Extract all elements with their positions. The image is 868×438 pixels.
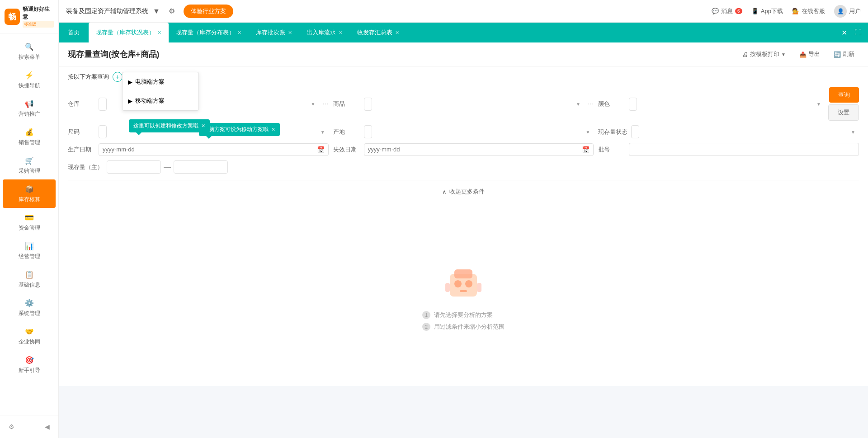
origin-field: 产地 [333, 125, 594, 138]
stock-main-max[interactable] [174, 160, 228, 174]
tab-inventory-dist[interactable]: 现存量（库存分布表） ✕ [169, 23, 249, 42]
sidebar-item-inventory[interactable]: 📦 库存核算 [3, 179, 56, 208]
warehouse-label: 仓库 [68, 100, 95, 108]
sidebar-item-label: 经营管理 [19, 253, 40, 260]
tab-close-inventory-status[interactable]: ✕ [157, 30, 161, 36]
filter-label: 按以下方案查询 [68, 73, 109, 81]
content-area: 现存量查询(按仓库+商品) 🖨 按模板打印 ▼ 📤 导出 🔄 刷新 [59, 42, 868, 438]
search-btn[interactable]: 查询 [829, 87, 859, 103]
tab-home[interactable]: 首页 [59, 23, 89, 42]
sidebar-item-basic[interactable]: 📋 基础信息 [0, 265, 58, 293]
filter-actions-1: 查询 设置 [828, 87, 859, 121]
page-header: 现存量查询(按仓库+商品) 🖨 按模板打印 ▼ 📤 导出 🔄 刷新 [59, 42, 868, 66]
warehouse-dots[interactable]: ··· [322, 100, 328, 108]
sidebar-item-label: 采购管理 [19, 167, 40, 175]
warehouse-select[interactable] [99, 98, 107, 111]
basic-icon: 📋 [24, 269, 34, 279]
settings-bottom-btn[interactable]: ⚙ [5, 420, 18, 433]
topbar: 装备及固定资产辅助管理系统 ▼ ⚙ 体验行业方案 💬 消息 6 📱 App下载 … [59, 0, 868, 23]
fullscreen-btn[interactable]: ⛶ [853, 27, 863, 38]
empty-illustration [441, 260, 486, 306]
add-scheme-btn[interactable]: + [113, 72, 123, 82]
production-date-input[interactable] [103, 146, 315, 153]
expiry-date-input[interactable] [368, 146, 580, 153]
origin-select[interactable] [364, 125, 372, 138]
sidebar-item-nav[interactable]: ⚡ 快捷导航 [0, 66, 58, 94]
origin-label: 产地 [333, 128, 360, 136]
stock-status-select[interactable] [631, 125, 639, 138]
stock-main-label: 现存量（主） [68, 163, 103, 171]
reset-btn[interactable]: 设置 [828, 104, 859, 121]
scheme-tooltip-bottom-close[interactable]: ✕ [201, 123, 205, 129]
logo-area: 畅 畅通好好生意 标准版 [0, 0, 58, 33]
collapse-btn[interactable]: ◀ [40, 420, 54, 433]
empty-steps: 1 请先选择要分析的方案 2 用过滤条件来缩小分析范围 [422, 311, 505, 331]
sales-icon: 💰 [24, 127, 34, 137]
refresh-btn[interactable]: 🔄 刷新 [829, 48, 859, 61]
product-label: 商品 [333, 100, 360, 108]
purchase-icon: 🛒 [24, 155, 34, 165]
scheme-tooltip-top: 电脑方案可设为移动方案哦 ✕ [199, 123, 280, 136]
sidebar-item-sales[interactable]: 💰 销售管理 [0, 122, 58, 151]
collapse-filter-btn[interactable]: ∧ 收起更多条件 [439, 184, 488, 199]
expiry-date-calendar-icon[interactable]: 📅 [582, 146, 590, 153]
svg-rect-5 [445, 283, 450, 292]
sidebar-item-system[interactable]: ⚙️ 系统管理 [0, 293, 58, 322]
sidebar-item-label: 库存核算 [19, 196, 40, 203]
sidebar-item-operation[interactable]: 📊 经营管理 [0, 236, 58, 265]
notification-btn[interactable]: 💬 消息 6 [712, 7, 742, 15]
sidebar-item-enterprise[interactable]: 🤝 企业协同 [0, 322, 58, 350]
color-select[interactable] [629, 98, 637, 111]
empty-step-1: 1 请先选择要分析的方案 [422, 311, 505, 319]
stock-status-field: 现存量状态 [598, 125, 859, 138]
print-dropdown-icon: ▼ [781, 52, 786, 57]
tab-close-io-flow[interactable]: ✕ [339, 30, 343, 36]
batch-input[interactable] [629, 143, 859, 156]
sidebar-item-label: 企业协同 [19, 338, 40, 346]
sidebar-item-marketing[interactable]: 📢 营销推广 [0, 94, 58, 122]
empty-step-2: 2 用过滤条件来缩小分析范围 [422, 323, 505, 331]
stock-main-min[interactable] [107, 160, 161, 174]
color-field: 颜色 查询 设置 [598, 87, 859, 121]
sidebar-item-finance[interactable]: 💳 资金管理 [0, 208, 58, 236]
tab-io-flow[interactable]: 出入库流水 ✕ [299, 23, 350, 42]
sidebar-item-purchase[interactable]: 🛒 采购管理 [0, 151, 58, 179]
scheme-tooltip-top-close[interactable]: ✕ [271, 127, 275, 132]
filter-header: 按以下方案查询 + ↻ ← ▶ 电脑端方案 ▶ 移动端方案 [68, 72, 859, 82]
size-select[interactable] [99, 125, 107, 138]
dropdown-arrow: ▼ [153, 7, 160, 15]
filter-row-3: 生产日期 📅 失效日期 📅 批号 [68, 143, 859, 156]
tab-collect-summary[interactable]: 收发存汇总表 ✕ [350, 23, 406, 42]
user-btn[interactable]: 👤 用户 [834, 5, 861, 18]
stock-main-field: 现存量（主） — [68, 160, 330, 174]
app-download-btn[interactable]: 📱 App下载 [751, 7, 783, 15]
online-service-btn[interactable]: 💁 在线客服 [792, 7, 825, 15]
page-actions: 🖨 按模板打印 ▼ 📤 导出 🔄 刷新 [738, 48, 859, 61]
tab-close-inventory-dist[interactable]: ✕ [237, 30, 241, 36]
sidebar-item-search[interactable]: 🔍 搜索菜单 [0, 37, 58, 66]
step-num-2: 2 [422, 323, 430, 331]
main-area: 装备及固定资产辅助管理系统 ▼ ⚙ 体验行业方案 💬 消息 6 📱 App下载 … [59, 0, 868, 438]
tab-inventory-status[interactable]: 现存量（库存状况表） ✕ [89, 23, 169, 42]
tab-close-batch-account[interactable]: ✕ [288, 30, 292, 36]
export-btn[interactable]: 📤 导出 [795, 48, 825, 61]
empty-state: 1 请先选择要分析的方案 2 用过滤条件来缩小分析范围 [413, 233, 514, 358]
system-dropdown[interactable]: ▼ [153, 7, 160, 15]
close-all-tabs-btn[interactable]: ✕ [840, 27, 849, 39]
svg-rect-1 [454, 269, 472, 278]
tab-batch-account[interactable]: 库存批次账 ✕ [249, 23, 299, 42]
production-date-calendar-icon[interactable]: 📅 [317, 146, 325, 153]
operation-icon: 📊 [24, 241, 34, 251]
product-select[interactable] [364, 98, 372, 111]
template-print-btn[interactable]: 🖨 按模板打印 ▼ [738, 48, 790, 61]
industry-btn[interactable]: 体验行业方案 [184, 5, 233, 18]
logo-text: 畅通好好生意 标准版 [23, 5, 54, 28]
mobile-scheme-expand[interactable]: ▶ 移动端方案 [123, 94, 198, 108]
batch-field: 批号 [598, 143, 859, 156]
settings-btn[interactable]: ⚙ [165, 4, 179, 19]
tab-close-collect-summary[interactable]: ✕ [395, 30, 399, 36]
pc-scheme-expand[interactable]: ▶ 电脑端方案 [123, 75, 198, 89]
avatar: 👤 [834, 5, 847, 18]
product-dots[interactable]: ··· [588, 100, 594, 108]
sidebar-item-guide[interactable]: 🎯 新手引导 [0, 350, 58, 379]
